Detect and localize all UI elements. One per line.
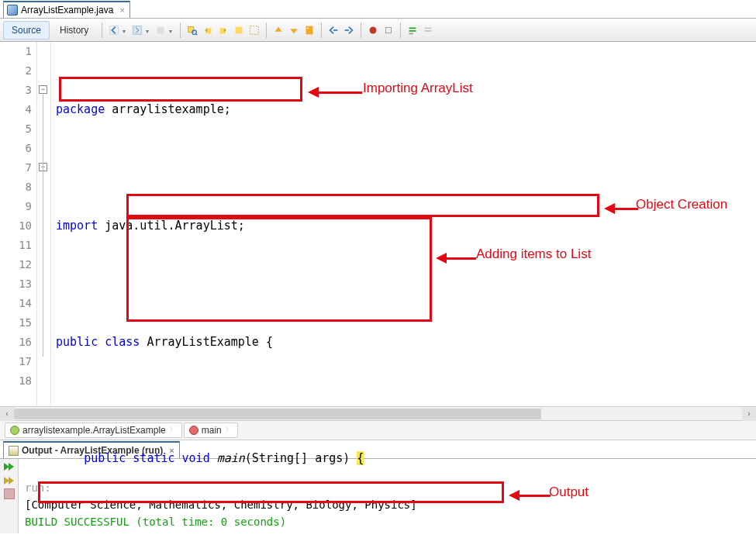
output-icon xyxy=(9,446,19,456)
separator xyxy=(400,22,401,38)
code-editor[interactable]: 123456789101112131415161718 − − package … xyxy=(0,42,756,406)
horizontal-scrollbar[interactable]: ‹ › xyxy=(0,406,756,420)
line-number-gutter: 123456789101112131415161718 xyxy=(0,42,37,406)
rerun-debug-icon[interactable] xyxy=(3,474,16,487)
scroll-thumb[interactable] xyxy=(14,409,541,419)
toggle-rect-icon[interactable] xyxy=(247,23,261,37)
svg-rect-1 xyxy=(133,26,142,34)
back-icon[interactable] xyxy=(107,23,121,37)
output-text[interactable]: run: [Computer Science, Mathematics, Che… xyxy=(19,459,756,533)
shift-left-icon[interactable] xyxy=(326,23,340,37)
annotation-label: Output xyxy=(549,485,589,500)
java-file-icon xyxy=(7,5,18,16)
output-gutter xyxy=(0,459,19,533)
stop-macro-icon[interactable] xyxy=(381,23,395,37)
separator xyxy=(180,22,181,38)
toggle-bookmark-icon[interactable] xyxy=(302,23,316,37)
fold-gutter: − − xyxy=(37,42,51,406)
svg-line-5 xyxy=(196,33,198,35)
rerun-icon[interactable] xyxy=(3,460,16,473)
shift-right-icon[interactable] xyxy=(342,23,356,37)
scroll-right-button[interactable]: › xyxy=(742,407,756,421)
class-icon xyxy=(10,426,19,435)
svg-rect-15 xyxy=(386,27,392,33)
dropdown-icon[interactable] xyxy=(169,25,175,36)
toggle-highlight-icon[interactable] xyxy=(232,23,246,37)
editor-tab-strip: ArrayListExample.java × xyxy=(0,0,756,19)
separator xyxy=(361,22,361,38)
dropdown-icon[interactable] xyxy=(146,25,152,36)
svg-rect-9 xyxy=(250,26,259,34)
start-macro-icon[interactable] xyxy=(366,23,380,37)
next-bookmark-icon[interactable] xyxy=(287,23,301,37)
uncomment-icon[interactable] xyxy=(421,23,435,37)
output-panel: run: [Computer Science, Mathematics, Che… xyxy=(0,459,756,533)
output-line: [Computer Science, Mathematics, Chemistr… xyxy=(25,498,417,511)
dropdown-icon[interactable] xyxy=(123,25,129,36)
separator xyxy=(321,22,322,38)
scroll-left-button[interactable]: ‹ xyxy=(0,407,14,421)
file-tab[interactable]: ArrayListExample.java × xyxy=(3,1,130,18)
source-mode-button[interactable]: Source xyxy=(3,21,50,40)
forward-icon[interactable] xyxy=(130,23,144,37)
history-mode-button[interactable]: History xyxy=(51,21,97,40)
svg-point-14 xyxy=(370,26,377,33)
svg-rect-10 xyxy=(306,26,313,34)
annotation-label: Object Creation xyxy=(636,197,727,212)
find-selection-icon[interactable] xyxy=(185,23,199,37)
code-area[interactable]: package arraylistexample; import java.ut… xyxy=(51,42,756,406)
separator xyxy=(266,22,267,38)
close-icon[interactable]: × xyxy=(119,5,124,15)
editor-toolbar: Source History xyxy=(0,19,756,42)
find-next-icon[interactable] xyxy=(216,23,230,37)
separator xyxy=(102,22,102,38)
svg-rect-2 xyxy=(157,26,164,33)
prev-bookmark-icon[interactable] xyxy=(271,23,285,37)
annotation-label: Importing ArrayList xyxy=(363,81,473,96)
annotation-label: Adding items to List xyxy=(476,247,591,262)
selection-icon[interactable] xyxy=(154,23,167,37)
svg-rect-8 xyxy=(236,26,243,33)
comment-icon[interactable] xyxy=(406,23,419,37)
find-prev-icon[interactable] xyxy=(201,23,215,37)
fold-toggle[interactable]: − xyxy=(39,85,47,94)
svg-rect-11 xyxy=(308,27,309,29)
file-tab-label: ArrayListExample.java xyxy=(21,5,113,16)
stop-icon[interactable] xyxy=(4,488,15,499)
